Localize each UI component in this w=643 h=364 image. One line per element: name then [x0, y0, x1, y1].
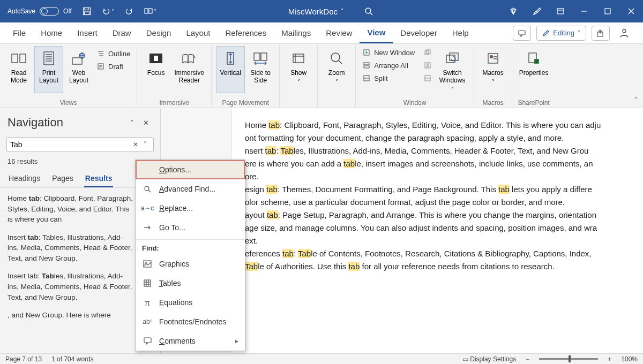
search-input[interactable]: ✕ ˅: [6, 137, 154, 152]
search-dropdown-icon[interactable]: ˅: [140, 140, 150, 149]
nav-collapse-icon[interactable]: ˅: [125, 116, 139, 130]
group-immersive: Focus Immersive Reader Immersive: [137, 44, 212, 108]
switch-windows-button[interactable]: Switch Windows˅: [435, 46, 469, 93]
title-bar: AutoSave Off ˅ ˅ MiscWorkDoc ˅: [0, 0, 643, 22]
svg-point-5: [365, 8, 371, 13]
tab-home[interactable]: Home: [33, 22, 70, 43]
nav-tab-headings[interactable]: Headings: [8, 171, 41, 187]
zoom-level[interactable]: 100%: [621, 355, 638, 363]
tab-layout[interactable]: Layout: [178, 22, 218, 43]
svg-rect-10: [605, 9, 610, 14]
immersive-reader-button[interactable]: Immersive Reader: [171, 46, 207, 93]
nav-tab-results[interactable]: Results: [84, 171, 114, 187]
svg-rect-17: [20, 54, 26, 63]
menu-tables[interactable]: Tables: [136, 274, 245, 293]
tab-design[interactable]: Design: [139, 22, 179, 43]
undo-button[interactable]: ˅: [98, 3, 118, 20]
svg-line-6: [370, 13, 372, 15]
zoom-button[interactable]: Zoom˅: [322, 46, 351, 93]
tab-references[interactable]: References: [218, 22, 274, 43]
new-window-button[interactable]: New Window: [360, 47, 417, 58]
properties-button[interactable]: SProperties: [517, 46, 551, 93]
maximize-button[interactable]: [599, 3, 616, 20]
window-icon[interactable]: [552, 3, 569, 20]
toggle-icon: [40, 7, 59, 16]
print-layout-button[interactable]: Print Layout: [34, 46, 63, 93]
share-button[interactable]: [592, 26, 610, 41]
svg-rect-38: [261, 53, 267, 60]
status-words[interactable]: 1 of 704 words: [51, 355, 94, 363]
win-icon-3[interactable]: [421, 73, 434, 84]
win-icon-2[interactable]: [421, 60, 434, 71]
svg-rect-18: [44, 52, 54, 65]
search-field[interactable]: [10, 140, 131, 149]
clear-search-icon[interactable]: ✕: [131, 140, 140, 149]
arrange-all-button[interactable]: Arrange All: [360, 60, 417, 71]
group-show: Show˅: [280, 44, 318, 108]
document-title[interactable]: MiscWorkDoc ˅: [288, 7, 344, 16]
svg-point-64: [145, 186, 149, 191]
zoom-out-icon[interactable]: −: [526, 355, 529, 363]
document-page[interactable]: Home tab: Clipboard, Font, Paragraph, St…: [231, 108, 643, 353]
menu-equations[interactable]: πEquations: [136, 293, 245, 312]
menu-goto[interactable]: Go To...: [136, 218, 245, 237]
svg-rect-1: [85, 8, 88, 10]
redo-button[interactable]: [121, 3, 138, 20]
nav-tab-pages[interactable]: Pages: [51, 171, 74, 187]
comments-button[interactable]: [513, 26, 531, 41]
draft-button[interactable]: Draft: [94, 61, 132, 72]
menu-footnotes[interactable]: ab¹Footnotes/Endnotes: [136, 312, 245, 331]
diamond-icon[interactable]: [505, 3, 522, 20]
menu-options[interactable]: Options...: [136, 160, 245, 179]
side-to-side-button[interactable]: Side to Side: [246, 46, 275, 93]
outline-button[interactable]: Outline: [94, 48, 132, 59]
nav-close-icon[interactable]: ✕: [139, 116, 153, 130]
web-layout-button[interactable]: Web Layout: [64, 46, 93, 93]
collapse-ribbon-icon[interactable]: ˄: [634, 96, 638, 104]
show-button[interactable]: Show˅: [284, 46, 313, 93]
tab-view[interactable]: View: [360, 22, 393, 43]
qat-more-button[interactable]: ˅: [140, 3, 161, 20]
close-button[interactable]: [623, 3, 640, 20]
tab-file[interactable]: File: [5, 22, 33, 43]
zoom-slider[interactable]: [539, 358, 598, 360]
focus-button[interactable]: Focus: [141, 46, 170, 93]
menu-graphics[interactable]: Graphics: [136, 254, 245, 274]
account-icon[interactable]: [615, 26, 633, 41]
group-show-label: [284, 105, 313, 107]
menu-replace[interactable]: a→cReplace...: [136, 199, 245, 218]
svg-line-44: [339, 60, 342, 64]
autosave-toggle[interactable]: AutoSave Off: [3, 7, 76, 16]
tab-review[interactable]: Review: [318, 22, 360, 43]
status-page[interactable]: Page 7 of 13: [5, 355, 42, 363]
svg-rect-4: [149, 9, 152, 13]
macros-button[interactable]: Macros˅: [478, 46, 507, 93]
save-icon[interactable]: [78, 3, 95, 20]
minimize-button[interactable]: [575, 3, 593, 20]
svg-rect-34: [154, 56, 158, 61]
menu-comments[interactable]: Comments▸: [136, 331, 245, 351]
svg-rect-13: [519, 31, 525, 35]
split-button[interactable]: Split: [360, 73, 417, 84]
read-mode-button[interactable]: Read Mode: [4, 46, 33, 93]
svg-rect-3: [145, 9, 148, 13]
zoom-in-icon[interactable]: +: [608, 355, 611, 363]
tab-help[interactable]: Help: [445, 22, 476, 43]
vertical-button[interactable]: Vertical: [216, 46, 245, 93]
tab-draw[interactable]: Draw: [105, 22, 139, 43]
svg-rect-69: [144, 280, 151, 286]
svg-rect-60: [490, 56, 492, 58]
autosave-state: Off: [63, 7, 72, 15]
tab-mailings[interactable]: Mailings: [274, 22, 318, 43]
display-settings[interactable]: ▭ Display Settings: [462, 355, 516, 363]
svg-rect-57: [446, 55, 455, 63]
svg-rect-74: [144, 338, 151, 343]
tab-insert[interactable]: Insert: [70, 22, 105, 43]
svg-rect-54: [425, 63, 427, 68]
tab-developer[interactable]: Developer: [393, 22, 444, 43]
search-icon[interactable]: [360, 3, 377, 20]
menu-advanced-find[interactable]: Advanced Find...: [136, 179, 245, 199]
brush-icon[interactable]: [528, 3, 545, 20]
editing-mode-button[interactable]: Editing˅: [536, 26, 586, 41]
win-icon-1[interactable]: [421, 47, 434, 58]
